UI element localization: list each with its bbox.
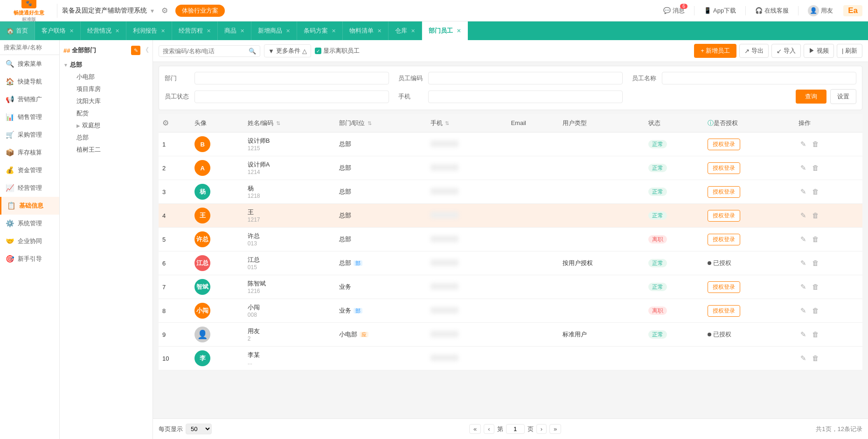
edit-btn[interactable]: ✎ [799,353,808,363]
sidebar-item-inventory[interactable]: 📦 库存核算 [0,144,59,161]
tab-home[interactable]: 🏠 首页 [0,21,35,40]
delete-btn[interactable]: 🗑 [810,258,821,268]
name-sort-icon[interactable]: ⇅ [276,120,280,126]
auth-btn[interactable]: 授权登录 [708,186,740,198]
column-settings-icon[interactable]: ⚙ [162,119,169,127]
sidebar-search-input[interactable] [4,44,60,51]
tab-history[interactable]: 经营历程 ✕ [172,21,218,40]
first-page-btn[interactable]: « [469,424,481,434]
edit-btn[interactable]: ✎ [799,187,808,197]
edit-btn[interactable]: ✎ [799,306,808,316]
edit-btn[interactable]: ✎ [799,163,808,173]
next-page-btn[interactable]: › [536,424,547,434]
tab-barcode[interactable]: 条码方案 ✕ [297,21,343,40]
dept-node-xiaodibu[interactable]: 小电部 [71,71,149,83]
delete-btn[interactable]: 🗑 [810,187,821,196]
emp-name-input[interactable] [662,72,856,84]
edit-btn[interactable]: ✎ [799,329,808,340]
show-resigned-toggle[interactable]: ✓ 显示离职员工 [315,47,360,55]
delete-btn[interactable]: 🗑 [810,163,821,173]
sidebar-item-marketing[interactable]: 📢 营销推广 [0,91,59,108]
delete-btn[interactable]: 🗑 [810,282,821,292]
delete-btn[interactable]: 🗑 [810,306,821,315]
dept-add-icon[interactable]: ✎ [131,46,140,55]
add-employee-btn[interactable]: + 新增员工 [694,44,736,58]
tab-customer[interactable]: 客户联络 ✕ [35,21,81,40]
edit-btn[interactable]: ✎ [799,234,808,244]
phone-sort-icon[interactable]: ⇅ [445,120,449,126]
import-btn[interactable]: ↙ 导入 [771,44,801,58]
sidebar-item-management[interactable]: 📈 经营管理 [0,179,59,197]
tab-department[interactable]: 部门员工 ✕ [422,21,468,40]
search-input[interactable] [163,48,247,55]
search-btn[interactable]: 查询 [796,90,826,104]
tab-warehouse-close[interactable]: ✕ [411,28,415,34]
trial-btn[interactable]: 体验行业方案 [175,5,225,17]
auth-btn[interactable]: 授权登录 [708,210,740,222]
dept-select[interactable] [194,72,389,84]
edit-btn[interactable]: ✎ [799,282,808,292]
col-phone[interactable]: 手机 ⇅ [427,114,507,132]
sidebar-item-shortcut[interactable]: 🏠 快捷导航 [0,73,59,91]
tab-bom-close[interactable]: ✕ [377,28,382,34]
auth-btn[interactable]: 授权登录 [708,305,740,317]
dept-node-shenyang[interactable]: 沈阳大库 [71,95,149,107]
sidebar-item-system[interactable]: ⚙️ 系统管理 [0,215,59,232]
edit-btn[interactable]: ✎ [799,258,808,268]
sidebar-item-search[interactable]: 🔍 搜索菜单 [0,55,59,73]
dept-node-xiangmu[interactable]: 项目库房 [71,83,149,95]
edit-btn[interactable]: ✎ [799,210,808,221]
emp-code-input[interactable] [428,72,623,84]
emp-status-select[interactable] [194,91,389,103]
dept-all-label[interactable]: ## 全部部门 [63,46,129,55]
app-download-btn[interactable]: 📱 App下载 [704,7,736,15]
auth-btn[interactable]: 授权登录 [708,234,740,245]
filter-search-icon[interactable]: 🔍 [249,48,256,55]
tab-bom[interactable]: 物料清单 ✕ [343,21,389,40]
message-btn[interactable]: 💬 消息 6 [663,7,685,15]
tab-barcode-close[interactable]: ✕ [332,28,336,34]
tab-customer-close[interactable]: ✕ [69,28,74,34]
col-settings[interactable]: ⚙ [159,114,191,132]
user-btn[interactable]: 👤 用友 [808,5,833,16]
dept-node-zongbu-child[interactable]: 总部 [71,132,149,144]
settings-gear-icon[interactable]: ⚙ [161,6,168,15]
auth-btn[interactable]: 授权登录 [708,139,740,150]
set-btn[interactable]: 设置 [830,89,856,104]
sidebar-item-collab[interactable]: 🤝 企业协同 [0,232,59,250]
tab-goods-close[interactable]: ✕ [240,28,244,34]
auth-btn[interactable]: 授权登录 [708,281,740,293]
tab-profit[interactable]: 利润报告 ✕ [126,21,172,40]
tab-add-goods[interactable]: 新增商品 ✕ [251,21,297,40]
tab-goods[interactable]: 商品 ✕ [218,21,251,40]
page-number-input[interactable] [506,424,525,434]
more-conditions-btn[interactable]: ▼ 更多条件 △ [264,44,311,57]
page-size-select[interactable]: 50 20 100 [186,424,212,434]
delete-btn[interactable]: 🗑 [810,139,821,149]
dept-sort-icon[interactable]: ⇅ [368,120,372,126]
sidebar-item-basic[interactable]: 📋 基础信息 [0,197,59,215]
sidebar-item-guide[interactable]: 🎯 新手引导 [0,250,59,268]
tab-profit-close[interactable]: ✕ [161,28,165,34]
col-dept[interactable]: 部门/职位 ⇅ [335,114,427,132]
view-btn[interactable]: ▶ 视频 [804,44,834,58]
tab-warehouse[interactable]: 仓库 ✕ [389,21,422,40]
dept-node-shuangting[interactable]: ▶双庭想 [71,119,149,132]
col-name[interactable]: 姓名/编码 ⇅ [244,114,335,132]
edit-btn[interactable]: ✎ [799,139,808,149]
delete-btn[interactable]: 🗑 [810,353,821,363]
dept-collapse-icon[interactable]: 《 [142,46,149,55]
export-btn[interactable]: ↗ 导出 [739,44,769,58]
sidebar-item-purchase[interactable]: 🛒 采购管理 [0,126,59,144]
resigned-checkbox[interactable]: ✓ [315,48,321,54]
dept-node-parent-zongbu[interactable]: ▼ 总部 [63,59,149,71]
tab-history-close[interactable]: ✕ [207,28,211,34]
prev-page-btn[interactable]: ‹ [484,424,494,434]
last-page-btn[interactable]: » [549,424,561,434]
auth-btn[interactable]: 授权登录 [708,162,740,174]
dept-node-peihuo[interactable]: 配货 [71,107,149,119]
delete-btn[interactable]: 🗑 [810,329,821,339]
tab-operation-close[interactable]: ✕ [115,28,119,34]
tab-add-goods-close[interactable]: ✕ [286,28,290,34]
dropdown-arrow-icon[interactable]: ▾ [151,7,154,14]
